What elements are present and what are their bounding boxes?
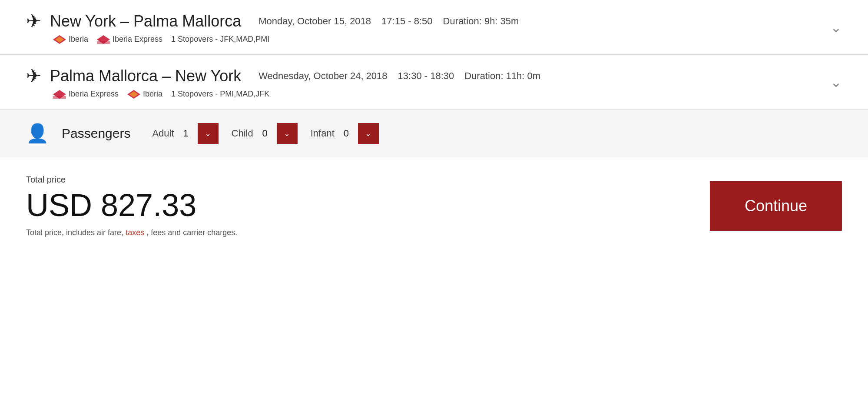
infant-count: 0: [340, 128, 353, 139]
adult-control: Adult 1 ⌄: [152, 123, 218, 144]
taxes-link[interactable]: taxes: [126, 228, 144, 237]
child-label: Child: [232, 128, 253, 139]
airline-1-logo: Iberia: [53, 35, 88, 44]
child-count: 0: [258, 128, 272, 139]
flight-1-expand-icon[interactable]: ⌄: [830, 19, 842, 36]
flight-1-time: 17:15 - 8:50: [381, 16, 432, 27]
flight-2-section: ✈ Palma Mallorca – New York Wednesday, O…: [0, 55, 868, 110]
total-price-value: USD 827.33: [26, 187, 237, 223]
infant-dropdown-button[interactable]: ⌄: [358, 123, 379, 144]
total-price-label: Total price: [26, 175, 237, 185]
infant-control: Infant 0 ⌄: [311, 123, 379, 144]
child-control: Child 0 ⌄: [232, 123, 298, 144]
flight-1-duration: Duration: 9h: 35m: [443, 16, 519, 27]
price-note-after: , fees and carrier charges.: [146, 228, 237, 237]
adult-count: 1: [179, 128, 192, 139]
price-note: Total price, includes air fare, taxes , …: [26, 228, 237, 237]
price-info: Total price USD 827.33 Total price, incl…: [26, 175, 237, 237]
airline-3-logo: Iberia Express: [53, 90, 119, 99]
iberia-logo-svg: [53, 35, 66, 44]
plane-icon-2: ✈: [26, 67, 41, 85]
airline-4-name: Iberia: [143, 90, 162, 99]
airline-2-logo: Iberia Express: [97, 35, 162, 44]
iberia-logo-svg-2: [127, 90, 140, 99]
airline-1-name: Iberia: [69, 35, 88, 44]
infant-label: Infant: [311, 128, 335, 139]
flight-2-route: Palma Mallorca – New York: [50, 67, 241, 85]
adult-label: Adult: [152, 128, 174, 139]
iberia-express-logo-svg-2: [53, 90, 66, 99]
flight-2-stopovers: 1 Stopovers - PMI,MAD,JFK: [171, 90, 269, 99]
flight-1-route: New York – Palma Mallorca: [50, 12, 241, 30]
flight-2-expand-icon[interactable]: ⌄: [830, 74, 842, 90]
svg-rect-3: [97, 41, 110, 44]
flight-2-time: 13:30 - 18:30: [398, 70, 454, 82]
adult-dropdown-button[interactable]: ⌄: [198, 123, 219, 144]
airline-4-logo: Iberia: [127, 90, 162, 99]
iberia-express-logo-svg: [97, 35, 110, 44]
airline-2-name: Iberia Express: [113, 35, 162, 44]
flight-1-stopovers: 1 Stopovers - JFK,MAD,PMI: [171, 35, 269, 44]
flight-2-date: Wednesday, October 24, 2018: [258, 70, 387, 82]
price-note-before: Total price, includes air fare,: [26, 228, 123, 237]
flight-1-date: Monday, October 15, 2018: [258, 16, 371, 27]
airline-3-name: Iberia Express: [69, 90, 119, 99]
child-dropdown-button[interactable]: ⌄: [277, 123, 298, 144]
svg-rect-5: [53, 96, 66, 99]
price-section: Total price USD 827.33 Total price, incl…: [0, 157, 868, 255]
plane-icon-1: ✈: [26, 12, 41, 30]
flight-1-section: ✈ New York – Palma Mallorca Monday, Octo…: [0, 0, 868, 55]
passenger-person-icon: 👤: [26, 123, 49, 144]
flight-2-duration: Duration: 11h: 0m: [464, 70, 540, 82]
continue-button[interactable]: Continue: [710, 181, 842, 231]
passengers-label: Passengers: [62, 126, 130, 141]
passengers-section: 👤 Passengers Adult 1 ⌄ Child 0 ⌄ Infant …: [0, 110, 868, 157]
